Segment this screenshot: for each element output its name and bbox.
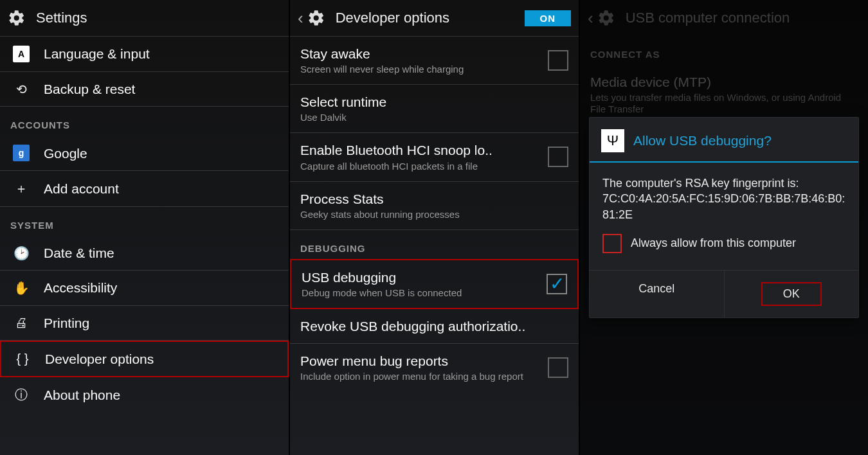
checkbox[interactable]	[548, 357, 568, 378]
item-label: Power menu bug reports	[300, 353, 541, 369]
item-label: Developer options	[45, 351, 277, 367]
dialog-title: Allow USB debugging?	[633, 133, 772, 148]
settings-title: Settings	[36, 10, 87, 26]
ok-label: OK	[761, 282, 822, 306]
checkbox[interactable]	[548, 147, 568, 167]
dev-item-stay-awake[interactable]: Stay awake Screen will never sleep while…	[290, 36, 579, 85]
item-label: Backup & reset	[44, 81, 278, 97]
dialog-body-intro: The computer's RSA key fingerprint is:	[602, 175, 845, 191]
cancel-label: Cancel	[638, 282, 674, 295]
dialog-cancel-button[interactable]: Cancel	[590, 271, 725, 317]
settings-item-about[interactable]: ⓘ About phone	[0, 377, 289, 413]
dialog-ok-button[interactable]: OK	[725, 271, 859, 317]
item-sub: Geeky stats about running processes	[300, 209, 568, 220]
plus-icon: ＋	[10, 180, 32, 197]
dev-item-bt-hci[interactable]: Enable Bluetooth HCI snoop lo.. Capture …	[290, 133, 579, 181]
dialog-body: The computer's RSA key fingerprint is: 7…	[590, 163, 858, 226]
dev-header: ‹ Developer options ON	[290, 0, 579, 36]
usb-icon: Ψ	[601, 129, 624, 152]
section-system: SYSTEM	[0, 207, 289, 236]
always-label: Always allow from this computer	[631, 236, 796, 250]
item-label: Google	[44, 145, 278, 161]
settings-item-printing[interactable]: 🖨 Printing	[0, 306, 289, 341]
gear-icon	[307, 9, 325, 27]
backup-icon: ⟲	[10, 82, 32, 97]
section-debugging: DEBUGGING	[290, 230, 579, 259]
dev-item-usb-debugging[interactable]: USB debugging Debug mode when USB is con…	[290, 259, 579, 309]
printer-icon: 🖨	[10, 316, 32, 330]
back-icon[interactable]: ‹	[298, 8, 303, 28]
item-label: Enable Bluetooth HCI snoop lo..	[300, 142, 541, 158]
settings-item-backup[interactable]: ⟲ Backup & reset	[0, 72, 289, 107]
item-label: Revoke USB debugging authorizatio..	[300, 318, 568, 334]
google-icon: g	[10, 145, 32, 161]
usb-debugging-dialog: Ψ Allow USB debugging? The computer's RS…	[589, 117, 859, 318]
item-label: Stay awake	[300, 46, 541, 62]
dev-toggle-on[interactable]: ON	[525, 10, 572, 26]
item-label: Printing	[44, 315, 278, 331]
checkbox-checked[interactable]: ✓	[547, 274, 567, 294]
item-label: Language & input	[44, 46, 278, 62]
item-sub: Screen will never sleep while charging	[300, 64, 541, 75]
item-sub: Include option in power menu for taking …	[300, 371, 541, 382]
dev-item-power-bugreport[interactable]: Power menu bug reports Include option in…	[290, 344, 579, 391]
settings-item-language[interactable]: A Language & input	[0, 36, 289, 72]
settings-item-accessibility[interactable]: ✋ Accessibility	[0, 271, 289, 305]
checkbox[interactable]	[548, 50, 568, 71]
dev-title: Developer options	[336, 10, 449, 26]
dialog-actions: Cancel OK	[590, 270, 858, 317]
item-label: Process Stats	[300, 191, 568, 207]
item-label: Date & time	[44, 245, 278, 261]
dev-item-process-stats[interactable]: Process Stats Geeky stats about running …	[290, 182, 579, 230]
dev-item-select-runtime[interactable]: Select runtime Use Dalvik	[290, 85, 579, 133]
item-label: Add account	[44, 181, 278, 197]
settings-panel: Settings A Language & input ⟲ Backup & r…	[0, 0, 290, 455]
language-icon: A	[10, 46, 32, 62]
settings-item-google[interactable]: g Google	[0, 136, 289, 171]
item-label: About phone	[44, 387, 278, 403]
item-sub: Capture all bluetooth HCI packets in a f…	[300, 161, 541, 172]
dialog-header: Ψ Allow USB debugging?	[590, 118, 858, 163]
clock-icon: 🕑	[10, 245, 32, 261]
developer-options-panel: ‹ Developer options ON Stay awake Screen…	[290, 0, 580, 455]
dev-item-revoke-auth[interactable]: Revoke USB debugging authorizatio..	[290, 309, 579, 344]
section-accounts: ACCOUNTS	[0, 107, 289, 136]
settings-item-developer-options[interactable]: { } Developer options	[0, 341, 289, 377]
item-label: USB debugging	[302, 269, 540, 285]
item-sub: Use Dalvik	[300, 112, 568, 123]
item-label: Accessibility	[44, 280, 278, 296]
item-sub: Debug mode when USB is connected	[302, 287, 540, 299]
hand-icon: ✋	[10, 280, 32, 296]
settings-header: Settings	[0, 0, 289, 36]
gear-icon	[8, 9, 26, 27]
settings-item-add-account[interactable]: ＋ Add account	[0, 171, 289, 207]
item-label: Select runtime	[300, 94, 568, 110]
usb-connection-panel: ‹ USB computer connection CONNECT AS Med…	[580, 0, 868, 455]
always-checkbox[interactable]	[602, 234, 622, 253]
braces-icon: { }	[12, 352, 33, 366]
dialog-fingerprint: 7C:C0:4A:20:5A:FC:15:9D:06:7B:BB:7B:46:B…	[602, 191, 845, 222]
info-icon: ⓘ	[10, 386, 32, 404]
dialog-always-row[interactable]: Always allow from this computer	[590, 226, 858, 270]
settings-item-datetime[interactable]: 🕑 Date & time	[0, 236, 289, 271]
